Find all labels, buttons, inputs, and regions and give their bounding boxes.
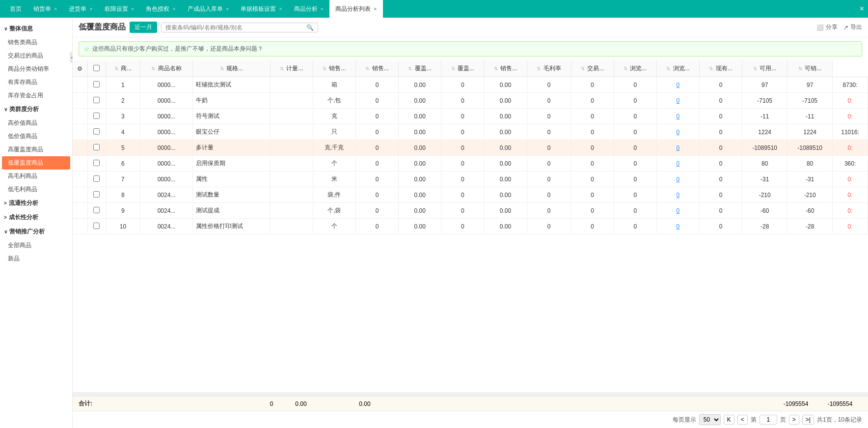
table-cell: 启用保质期 [193,156,270,171]
chevron-down-icon-3: ∨ [4,229,7,234]
nav-purchase-order[interactable]: 进货单 × [63,0,98,18]
sidebar-item-new-products[interactable]: 新品 [0,252,72,265]
content-area: 低覆盖度商品 近一月 🔍 ⬜ 分享 ↗ 导出 ☆ 这些商品只有很少客户购买过，是… [73,18,868,428]
sidebar-item-all-products[interactable]: 全部商品 [0,239,72,252]
sidebar-item-low-coverage[interactable]: 低覆盖度商品 [2,156,70,170]
nav-permission[interactable]: 权限设置 × [99,0,140,18]
row-checkbox[interactable] [93,207,100,213]
th-sales-qty[interactable]: ⇅ 销售... [313,60,355,77]
sidebar-item-stock-funds[interactable]: 库存资金占用 [0,89,72,102]
nav-close-analysis-list[interactable]: × [374,6,377,12]
nav-sales-order[interactable]: 销货单 × [27,0,63,18]
table-cell: 0 [700,109,742,124]
th-settings[interactable]: ⚙ [73,60,87,77]
sidebar-section-cluster[interactable]: ∨ 类群度分析 [0,102,72,116]
nav-close-template[interactable]: × [279,6,282,12]
th-saleable[interactable]: ⇅ 可销... [787,60,833,77]
page-number-input[interactable] [760,415,777,425]
table-cell: 3 [106,109,140,124]
select-all-checkbox[interactable] [93,65,100,71]
nav-close-analysis[interactable]: × [321,6,324,12]
sidebar-section-overall[interactable]: ∨ 整体信息 [0,22,72,36]
row-checkbox[interactable] [93,175,100,182]
sidebar-item-high-coverage[interactable]: 高覆盖度商品 [0,143,72,156]
data-table: ⚙ ⇅ 商... ⇅ 商品名称 [73,60,868,234]
next-page-button[interactable]: > [789,415,799,425]
table-cell: 0024... [140,187,192,203]
sort-icon-saleable: ⇅ [798,66,802,71]
th-sales-amt[interactable]: ⇅ 销售... [355,60,398,77]
sidebar-item-high-margin[interactable]: 高毛利商品 [0,170,72,183]
nav-product-analysis-list[interactable]: 商品分析列表 × [329,0,382,18]
sidebar-item-high-value[interactable]: 高价值商品 [0,116,72,130]
sidebar-item-sales-products[interactable]: 销售类商品 [0,36,72,49]
row-checkbox[interactable] [93,191,100,198]
table-cell: 0 [355,140,398,156]
row-checkbox[interactable] [93,223,100,229]
row-checkbox[interactable] [93,97,100,103]
table-cell: 0: [833,187,868,203]
first-page-button[interactable]: K [724,415,734,425]
table-cell: 个 [313,219,355,234]
sidebar-item-stocked-products[interactable]: 有库存商品 [0,76,72,89]
th-spec[interactable]: ⇅ 规格... [193,60,270,77]
share-button[interactable]: ⬜ 分享 [816,23,838,31]
th-code[interactable]: ⇅ 商... [106,60,140,77]
date-filter-button[interactable]: 近一月 [130,22,157,33]
th-current-stock[interactable]: ⇅ 现有... [700,60,742,77]
table-cell: 0 [656,187,699,203]
th-coverage2[interactable]: ⇅ 覆盖... [441,60,484,77]
last-page-button[interactable]: >| [802,415,814,425]
th-sales3[interactable]: ⇅ 销售... [484,60,527,77]
row-checkbox[interactable] [93,128,100,135]
nav-product-analysis[interactable]: 商品分析 × [288,0,329,18]
sidebar-item-low-margin[interactable]: 低毛利商品 [0,183,72,196]
table-wrapper[interactable]: ⚙ ⇅ 商... ⇅ 商品名称 [73,60,868,392]
sidebar-section-marketing[interactable]: ∨ 营销推广分析 [0,225,72,239]
search-input[interactable] [165,24,304,31]
row-checkbox[interactable] [93,81,100,87]
export-button[interactable]: ↗ 导出 [843,23,862,31]
nav-close-permission[interactable]: × [131,6,134,12]
table-cell: -28 [787,219,833,234]
nav-close-sales-order[interactable]: × [54,6,57,12]
th-gross-margin[interactable]: ⇅ 毛利率 [527,60,571,77]
footer-values: 0 0.00 0.00 -1095554 -1095554 [102,400,862,407]
nav-close-purchase[interactable]: × [89,6,92,12]
th-coverage1[interactable]: ⇅ 覆盖... [399,60,441,77]
th-unit[interactable]: ⇅ 计量... [270,60,313,77]
table-cell: 0 [571,77,614,93]
sidebar-section-liquidity[interactable]: > 流通性分析 [0,196,72,210]
row-checkbox[interactable] [93,160,100,166]
table-cell: 0.00 [484,93,527,109]
sidebar: « ∨ 整体信息 销售类商品 交易过的商品 商品分类动销率 有库存商品 库存资金… [0,18,73,428]
prev-page-button[interactable]: < [737,415,748,425]
nav-product-stock[interactable]: 产成品入库单 × [182,0,235,18]
close-all-button[interactable]: × [860,4,864,13]
sidebar-item-traded-products[interactable]: 交易过的商品 [0,49,72,62]
th-checkbox[interactable] [87,60,106,77]
table-cell: 克 [313,109,355,124]
table-cell: 0 [527,171,571,187]
row-checkbox[interactable] [93,113,100,119]
content-header: 低覆盖度商品 近一月 🔍 ⬜ 分享 ↗ 导出 [73,18,868,37]
nav-template-settings[interactable]: 单据模板设置 × [235,0,288,18]
table-cell [73,187,87,203]
horizontal-scrollbar[interactable] [73,392,868,396]
sidebar-item-category-rate[interactable]: 商品分类动销率 [0,62,72,76]
table-cell: 个 [313,156,355,171]
nav-close-product-stock[interactable]: × [226,6,229,12]
th-transaction[interactable]: ⇅ 交易... [571,60,614,77]
th-name[interactable]: ⇅ 商品名称 [140,60,192,77]
row-checkbox[interactable] [93,144,100,150]
th-available-stock[interactable]: ⇅ 可用... [742,60,787,77]
per-page-select[interactable]: 50 [699,414,721,425]
table-cell: 0 [441,171,484,187]
nav-role-auth[interactable]: 角色授权 × [140,0,181,18]
th-browse2[interactable]: ⇅ 浏览... [656,60,699,77]
nav-close-role[interactable]: × [172,6,175,12]
th-browse1[interactable]: ⇅ 浏览... [614,60,656,77]
nav-home[interactable]: 首页 [4,0,27,18]
sidebar-item-low-value[interactable]: 低价值商品 [0,130,72,143]
sidebar-section-growth[interactable]: > 成长性分析 [0,210,72,225]
